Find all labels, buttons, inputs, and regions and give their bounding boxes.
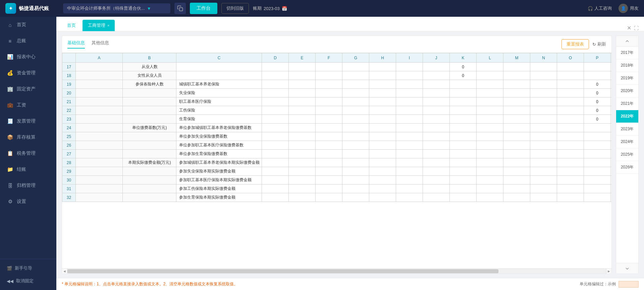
cell-18-a[interactable]: [76, 71, 123, 80]
close-window-icon[interactable]: ✕: [627, 25, 631, 31]
spreadsheet-grid[interactable]: A B C D E F G H I J K L: [62, 53, 611, 268]
cell-18-k[interactable]: 0: [450, 71, 477, 80]
header-col-e: E: [289, 53, 316, 63]
cell-17-g[interactable]: [342, 63, 369, 71]
cell-18-e[interactable]: [289, 71, 316, 80]
cell-17-n[interactable]: [530, 63, 557, 71]
cell-17-b[interactable]: 从业人数: [123, 63, 176, 71]
cell-19-c[interactable]: 城镇职工基本养老保险: [176, 80, 262, 89]
horizontal-scrollbar[interactable]: ◂ ▸: [62, 268, 611, 274]
row-num-31: 31: [62, 185, 76, 193]
cell-17-e[interactable]: [289, 63, 316, 71]
user-menu[interactable]: 👤 用友: [619, 4, 639, 13]
sidebar-item-archive[interactable]: 🗄 归档管理: [0, 177, 56, 194]
workbench-button[interactable]: 工作台: [190, 3, 217, 14]
cell-17-h[interactable]: [369, 63, 396, 71]
sidebar-item-settings[interactable]: ⚙ 设置: [0, 194, 56, 210]
sidebar-item-settle[interactable]: 📁 结账: [0, 161, 56, 177]
reset-report-button[interactable]: 重置报表: [561, 39, 589, 49]
cell-19-b[interactable]: 参保各险种人数: [123, 80, 176, 89]
cell-18-n[interactable]: [530, 71, 557, 80]
tab-business-label: 工商管理: [88, 22, 105, 28]
sidebar-item-home[interactable]: ⌂ 首页: [0, 17, 56, 33]
header-col-j: J: [423, 53, 450, 63]
sidebar-scroll: ⌂ 首页 ≡ 总账 📊 报表中心 💰 资金管理 🏢 固定资产 💼 工资: [0, 17, 56, 259]
cell-17-a[interactable]: [76, 63, 123, 71]
cell-18-q[interactable]: [611, 71, 612, 80]
tab-basic-info[interactable]: 基础信息: [67, 40, 85, 49]
year-item-2026[interactable]: 2026年: [616, 161, 638, 174]
refresh-button[interactable]: ↻ 刷新: [592, 41, 606, 47]
cell-17-q[interactable]: [611, 63, 612, 71]
cell-17-c[interactable]: [176, 63, 262, 71]
cell-18-o[interactable]: [557, 71, 584, 80]
cell-18-i[interactable]: [396, 71, 423, 80]
cell-17-o[interactable]: [557, 63, 584, 71]
year-item-2017[interactable]: 2017年: [616, 47, 638, 59]
switch-version-button[interactable]: 切到旧版: [221, 3, 249, 14]
header-col-l: L: [477, 53, 503, 63]
sidebar-item-funds[interactable]: 💰 资金管理: [0, 65, 56, 81]
sidebar-item-tax[interactable]: 📋 税务管理: [0, 145, 56, 161]
scroll-left-icon[interactable]: ◂: [62, 269, 67, 274]
cell-18-d[interactable]: [262, 71, 289, 80]
scroll-right-icon[interactable]: ▸: [606, 269, 611, 274]
tab-home[interactable]: 首页: [62, 20, 81, 31]
row-num-18: 18: [62, 71, 76, 80]
cell-18-f[interactable]: [316, 71, 342, 80]
cell-18-h[interactable]: [369, 71, 396, 80]
cell-17-l[interactable]: [477, 63, 503, 71]
table-row: 24 单位缴费基数(万元) 单位参加城镇职工基本养老保险缴费基数: [62, 124, 612, 132]
sidebar-item-inventory[interactable]: 📦 库存核算: [0, 129, 56, 145]
logo-icon: ✦: [5, 3, 16, 14]
cell-17-i[interactable]: [396, 63, 423, 71]
sidebar-newbie[interactable]: 🎬 新手引导: [5, 263, 51, 273]
cell-17-d[interactable]: [262, 63, 289, 71]
cell-18-g[interactable]: [342, 71, 369, 80]
cell-17-j[interactable]: [423, 63, 450, 71]
company-selector[interactable]: 中审众环会计师事务所（特殊普通合伙... ▼: [63, 3, 170, 13]
expand-icon[interactable]: ⛶: [634, 25, 639, 31]
h-scrollbar-thumb[interactable]: [67, 269, 498, 273]
sidebar-item-report[interactable]: 📊 报表中心: [0, 49, 56, 65]
service-button[interactable]: 🎧 人工咨询: [588, 5, 612, 11]
cell-18-m[interactable]: [503, 71, 530, 80]
sidebar-item-invoice[interactable]: 🧾 发票管理: [0, 113, 56, 129]
cell-17-f[interactable]: [316, 63, 342, 71]
cell-18-l[interactable]: [477, 71, 503, 80]
tab-other-info[interactable]: 其他信息: [92, 40, 109, 49]
cell-17-p[interactable]: [584, 63, 611, 71]
year-item-2021[interactable]: 2021年: [616, 97, 638, 110]
cell-18-c[interactable]: [176, 71, 262, 80]
table-row: 17 从业人数 0: [62, 63, 612, 71]
sidebar-bottom: 🎬 新手引导 ◀◀ 取消固定: [0, 259, 56, 290]
inner-tab-list: 基础信息 其他信息: [67, 40, 109, 49]
year-item-2022[interactable]: 2022年: [616, 110, 638, 123]
sidebar-unpin[interactable]: ◀◀ 取消固定: [5, 276, 51, 286]
newbie-icon: 🎬: [7, 266, 12, 271]
year-item-2019[interactable]: 2019年: [616, 72, 638, 85]
cell-17-k[interactable]: 0: [450, 63, 477, 71]
year-item-2018[interactable]: 2018年: [616, 59, 638, 72]
report-icon: 📊: [7, 54, 13, 60]
cell-18-j[interactable]: [423, 71, 450, 80]
sidebar-item-assets[interactable]: 🏢 固定资产: [0, 81, 56, 97]
year-scroll-up[interactable]: [616, 36, 638, 47]
calendar-icon[interactable]: 📅: [282, 6, 287, 11]
copy-button[interactable]: [174, 3, 186, 14]
tab-close-icon[interactable]: ×: [107, 23, 109, 27]
sidebar-item-wages[interactable]: 💼 工资: [0, 97, 56, 113]
table-row: 25 单位参加失业保险缴费基数: [62, 132, 612, 141]
year-scroll-down[interactable]: [616, 263, 638, 274]
year-item-2024[interactable]: 2024年: [616, 136, 638, 148]
tab-business[interactable]: 工商管理 ×: [83, 20, 115, 31]
sidebar-item-ledger[interactable]: ≡ 总账: [0, 33, 56, 49]
year-item-2023[interactable]: 2023年: [616, 123, 638, 136]
cell-19-a[interactable]: [76, 80, 123, 89]
year-item-2025[interactable]: 2025年: [616, 148, 638, 161]
year-item-2020[interactable]: 2020年: [616, 85, 638, 97]
cell-17-m[interactable]: [503, 63, 530, 71]
cell-18-b[interactable]: 女性从业人员: [123, 71, 176, 80]
cell-19-p[interactable]: 0: [584, 80, 611, 89]
cell-18-p[interactable]: [584, 71, 611, 80]
